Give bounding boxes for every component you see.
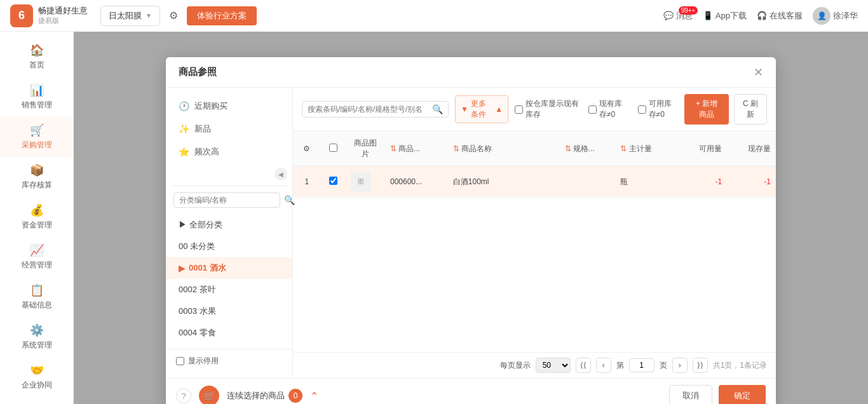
checkbox-warehouse-text: 按仓库显示现有库存	[526, 98, 580, 120]
category-item-0004[interactable]: 0004 零食	[166, 322, 292, 344]
modal-right-panel: 🔍 ▼ 更多条件 ▲ 按仓库显示现有库存	[293, 88, 776, 378]
logo-edition: 捷易版	[38, 16, 88, 25]
col-code-header[interactable]: ⇅ 商品...	[385, 131, 448, 166]
sidebar-item-basic-info[interactable]: 📋 基础信息	[0, 277, 73, 317]
page-size-select[interactable]: 50 10 20 100	[536, 358, 571, 373]
checkbox-warehouse[interactable]	[515, 105, 523, 114]
col-stock-header[interactable]: 现存量	[727, 131, 776, 166]
headset-icon: 🎧	[757, 11, 767, 20]
row-checkbox-cell[interactable]	[321, 166, 346, 198]
more-filters-button[interactable]: ▼ 更多条件 ▲	[455, 95, 508, 123]
category-item-00[interactable]: 00 未分类	[166, 236, 292, 257]
page-prev-button[interactable]: ‹	[596, 358, 611, 373]
app-download-item[interactable]: 📱 App下载	[703, 10, 747, 22]
tab-recent-purchase[interactable]: 🕐 近期购买	[171, 95, 287, 117]
collapse-left-button[interactable]: ◀	[275, 168, 287, 180]
sidebar-item-inventory[interactable]: 📦 库存核算	[0, 157, 73, 197]
finance-icon: 💰	[30, 203, 44, 217]
page-next-button[interactable]: ›	[672, 358, 688, 373]
col-unit-label: 主计量	[629, 144, 652, 153]
show-disabled-row: 显示停用	[166, 349, 292, 373]
system-icon: ⚙️	[30, 323, 44, 337]
page-size-label: 每页显示	[500, 360, 531, 371]
sidebar-item-procurement[interactable]: 🛒 采购管理	[0, 117, 73, 157]
category-search-input[interactable]	[173, 192, 280, 208]
user-profile-item[interactable]: 👤 徐泽华	[813, 7, 858, 25]
refresh-button[interactable]: C 刷新	[734, 94, 767, 125]
add-product-label: + 新增商品	[693, 98, 720, 120]
product-search-input[interactable]	[308, 105, 428, 114]
sort-icon-unit: ⇅	[620, 144, 627, 153]
col-avail-header[interactable]: 可用量	[664, 131, 727, 166]
tab-new-label: 新品	[194, 123, 211, 135]
sidebar-label-operations: 经营管理	[22, 260, 52, 271]
page-last-button[interactable]: ⟩⟩	[693, 358, 708, 373]
continuous-select-info: 连续选择的商品 0	[227, 389, 302, 403]
sidebar-item-guide[interactable]: 🎯 新手引导	[0, 397, 73, 404]
page-first-button[interactable]: ⟨⟨	[576, 358, 591, 373]
cancel-button[interactable]: 取消	[669, 385, 712, 404]
checkbox-stock-nonzero[interactable]	[588, 105, 597, 114]
settings-button[interactable]: ⚙	[165, 6, 182, 25]
table-row[interactable]: 1 图 000600... 白酒100ml 瓶	[293, 166, 776, 198]
select-all-checkbox[interactable]	[329, 144, 337, 152]
col-image-label: 商品图片	[354, 138, 377, 158]
messages-nav-item[interactable]: 💬 消息 99++	[663, 10, 693, 22]
sidebar-item-finance[interactable]: 💰 资金管理	[0, 197, 73, 237]
footer-buttons: 取消 确定	[669, 385, 766, 404]
collapse-up-icon[interactable]: ⌃	[310, 390, 318, 402]
checkbox-avail-nonzero-text: 可用库存≠0	[649, 98, 679, 120]
category-item-0002[interactable]: 0002 茶叶	[166, 279, 292, 300]
online-service-item[interactable]: 🎧 在线客服	[757, 10, 803, 22]
checkbox-stock-nonzero-label[interactable]: 现有库存≠0	[588, 98, 629, 120]
modal-title: 商品参照	[179, 66, 217, 78]
product-reference-modal: 商品参照 ✕ 🕐 近期购买 ✨ 新	[166, 57, 776, 404]
tab-high-freq[interactable]: ⭐ 频次高	[171, 141, 287, 163]
category-item-0005[interactable]: 0005 饮料	[166, 344, 292, 349]
col-gear[interactable]: ⚙	[293, 131, 321, 166]
inventory-icon: 📦	[30, 163, 44, 177]
show-disabled-checkbox[interactable]	[176, 357, 184, 365]
category-search-row: 🔍	[166, 189, 292, 212]
col-name-header[interactable]: ⇅ 商品名称	[448, 131, 560, 166]
category-item-0001[interactable]: ▶ 0001 酒水	[166, 257, 292, 279]
sidebar-label-system: 系统管理	[22, 340, 52, 351]
modal-close-button[interactable]: ✕	[754, 67, 763, 78]
sidebar-item-system[interactable]: ⚙️ 系统管理	[0, 317, 73, 357]
col-stock-label: 现存量	[748, 144, 771, 153]
confirm-button[interactable]: 确定	[719, 385, 766, 404]
page-total-info: 共1页，1条记录	[713, 360, 767, 371]
help-button[interactable]: ?	[176, 388, 191, 403]
cart-icon-button[interactable]: 🛒	[199, 386, 219, 404]
sidebar-item-operations[interactable]: 📈 经营管理	[0, 237, 73, 277]
logo-brand-name: 畅捷通好生意	[38, 6, 88, 17]
checkbox-avail-nonzero-label[interactable]: 可用库存≠0	[638, 98, 679, 120]
sidebar-item-sales[interactable]: 📊 销售管理	[0, 77, 73, 117]
checkbox-warehouse-label[interactable]: 按仓库显示现有库存	[515, 98, 580, 120]
category-item-all[interactable]: ▶ 全部分类	[166, 214, 292, 236]
sidebar-item-collab[interactable]: 🤝 企业协同	[0, 357, 73, 397]
company-selector[interactable]: 日太阳膜 ▼	[100, 6, 160, 26]
trial-button[interactable]: 体验行业方案	[187, 6, 257, 25]
category-item-0003[interactable]: 0003 水果	[166, 300, 292, 322]
page-number-input[interactable]	[629, 358, 654, 372]
category-label-0002: 0002 茶叶	[179, 284, 216, 295]
sidebar: 🏠 首页 📊 销售管理 🛒 采购管理 📦 库存核算 💰 资金管理 📈 经营管理 …	[0, 32, 74, 404]
product-search-icon[interactable]: 🔍	[432, 104, 443, 114]
continuous-select-label: 连续选择的商品	[227, 390, 285, 401]
checkbox-avail-nonzero[interactable]	[638, 105, 646, 114]
new-icon: ✨	[179, 124, 189, 134]
basic-info-icon: 📋	[30, 283, 44, 297]
nav-right-area: 💬 消息 99++ 📱 App下载 🎧 在线客服 👤 徐泽华	[663, 7, 858, 25]
tab-new-product[interactable]: ✨ 新品	[171, 118, 287, 140]
sidebar-item-home[interactable]: 🏠 首页	[0, 37, 73, 77]
add-product-button[interactable]: + 新增商品	[684, 94, 729, 125]
col-unit-header[interactable]: ⇅ 主计量	[615, 131, 664, 166]
product-table-container: ⚙ 商品图片 ⇅ 商品...	[293, 131, 776, 352]
col-spec-header[interactable]: ⇅ 规格...	[560, 131, 616, 166]
selector-arrow-icon: ▼	[146, 12, 152, 19]
filter-chevron-icon: ▲	[495, 105, 503, 114]
row-checkbox[interactable]	[329, 177, 337, 185]
col-checkbox-header[interactable]	[321, 131, 346, 166]
operations-icon: 📈	[30, 243, 44, 257]
